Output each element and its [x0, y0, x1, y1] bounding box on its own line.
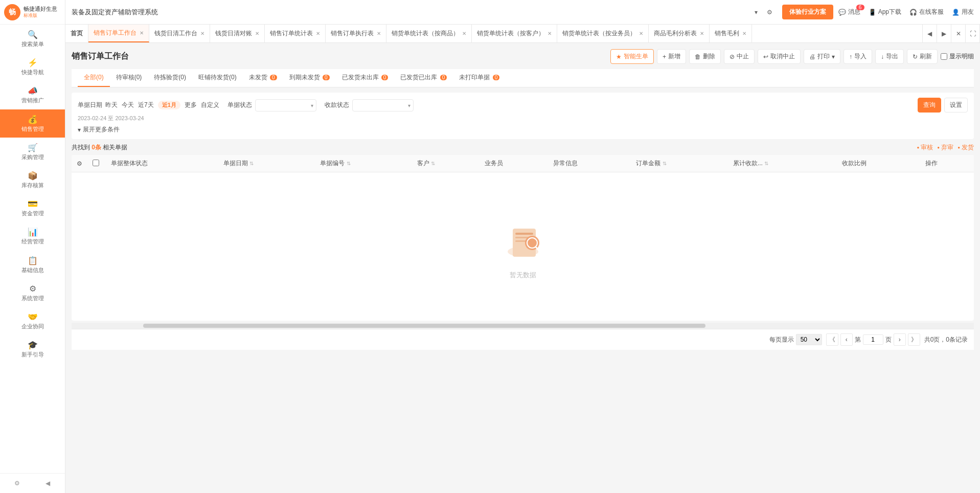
review-action-button[interactable]: 审核	[917, 143, 933, 152]
tab-scroll-prev-button[interactable]: ◀	[923, 25, 937, 43]
topbar-user[interactable]: 👤 用友	[952, 8, 974, 16]
tab-sales-summary-product[interactable]: 销货单统计表（按商品） ✕	[386, 25, 472, 42]
expand-filter-button[interactable]: ▾ 展开更多条件	[78, 125, 968, 134]
sidebar-collapse-button[interactable]: ◀	[35, 478, 61, 489]
show-details-checkbox[interactable]: 显示明细	[941, 52, 974, 61]
sort-collected-icon[interactable]: ⇅	[764, 161, 768, 166]
query-button[interactable]: 查询	[918, 98, 941, 113]
topbar-messages[interactable]: 💬 消息 6	[838, 8, 860, 16]
tab-home[interactable]: 首页	[65, 25, 88, 42]
tab-sales-summary-customer-close[interactable]: ✕	[548, 31, 552, 36]
tab-scroll-next-button[interactable]: ▶	[937, 25, 951, 43]
sub-tab-all[interactable]: 全部(0)	[78, 69, 110, 87]
print-button[interactable]: 🖨 打印 ▾	[804, 49, 840, 64]
sidebar-item-marketing[interactable]: 📣 营销推广	[0, 81, 65, 109]
page-number-input[interactable]	[863, 334, 883, 345]
tab-sales-summary-product-close[interactable]: ✕	[462, 31, 466, 36]
sidebar-item-cooperation[interactable]: 🤝 企业协同	[0, 307, 65, 335]
page-next-button[interactable]: ›	[894, 333, 906, 346]
user-label: 用友	[962, 8, 974, 16]
topbar-app-download[interactable]: 📱 App下载	[869, 8, 901, 16]
sub-tab-unprinted[interactable]: 未打印单据 0	[453, 69, 506, 87]
stop-button[interactable]: ⊘ 中止	[724, 49, 755, 64]
sidebar-item-guide[interactable]: 🎓 新手引导	[0, 335, 65, 363]
sort-amount-icon[interactable]: ⇅	[663, 161, 667, 166]
import-button[interactable]: ↑ 导入	[844, 49, 872, 64]
filter-date-1month[interactable]: 近1月	[158, 101, 180, 109]
sort-number-icon[interactable]: ⇅	[347, 161, 351, 166]
page-last-button[interactable]: 》	[908, 333, 920, 346]
sub-tab-shipped-out[interactable]: 已发货已出库 0	[394, 69, 453, 87]
tab-fullscreen-button[interactable]: ⛶	[966, 25, 980, 43]
tab-sales-stats[interactable]: 销售订单统计表 ✕	[265, 25, 326, 42]
filter-date-custom[interactable]: 自定义	[201, 101, 219, 109]
page-size-label: 每页显示	[769, 335, 794, 344]
tab-close-all-button[interactable]: ✕	[951, 25, 966, 43]
sub-tab-wangpu[interactable]: 旺铺待发货(0)	[192, 69, 243, 87]
sidebar-item-operation[interactable]: 📊 经营管理	[0, 222, 65, 250]
tab-cash-reconcile[interactable]: 钱货日清对账 ✕	[210, 25, 265, 42]
sidebar-item-inventory[interactable]: 📦 库存核算	[0, 166, 65, 194]
filter-date-7days[interactable]: 近7天	[138, 101, 154, 109]
cancel-stop-button[interactable]: ↩ 取消中止	[758, 49, 801, 64]
sidebar-item-finance[interactable]: 💳 资金管理	[0, 194, 65, 222]
topbar-cta-button[interactable]: 体验行业方案	[782, 5, 833, 19]
page-size-dropdown[interactable]: 20 50 100	[796, 334, 822, 345]
filter-payment-select[interactable]	[352, 99, 414, 111]
horizontal-scrollbar[interactable]	[72, 323, 974, 329]
tab-sales-summary-staff[interactable]: 销货单统计表（按业务员） ✕	[557, 25, 649, 42]
topbar-support[interactable]: 🎧 在线客服	[909, 8, 944, 16]
refresh-button[interactable]: ↻ 刷新	[907, 49, 938, 64]
tab-cash-reconcile-close[interactable]: ✕	[255, 31, 259, 36]
import-label: 导入	[854, 52, 867, 61]
tab-sales-profit[interactable]: 销售毛利 ✕	[710, 25, 752, 42]
data-table-wrap: ⚙ 单据整体状态 单据日期 ⇅	[72, 155, 974, 321]
page-first-button[interactable]: 《	[826, 333, 838, 346]
sidebar-item-search[interactable]: 🔍 搜索菜单	[0, 25, 65, 53]
tab-sales-summary-customer[interactable]: 销货单统计表（按客户） ✕	[472, 25, 557, 42]
sub-tab-shipped-not-out[interactable]: 已发货未出库 0	[336, 69, 395, 87]
tab-sales-workbench-close[interactable]: ✕	[140, 30, 144, 36]
filter-status-label: 单据状态	[227, 101, 252, 109]
filter-date-today[interactable]: 今天	[122, 101, 134, 109]
tab-cash-daily-close[interactable]: ✕	[200, 31, 204, 36]
topbar-settings-button[interactable]: ⚙	[763, 5, 777, 19]
page-prev-button[interactable]: ‹	[840, 333, 853, 346]
export-button[interactable]: ↓ 导出	[875, 49, 904, 64]
tab-sales-profit-close[interactable]: ✕	[742, 31, 746, 36]
sidebar-item-basic[interactable]: 📋 基础信息	[0, 251, 65, 279]
sidebar-item-system[interactable]: ⚙ 系统管理	[0, 279, 65, 307]
show-details-input[interactable]	[941, 53, 947, 60]
filter-date-more[interactable]: 更多	[185, 101, 197, 109]
delete-button[interactable]: 🗑 删除	[689, 49, 721, 64]
tab-sales-exec-close[interactable]: ✕	[377, 31, 381, 36]
sort-date-icon[interactable]: ⇅	[249, 161, 254, 166]
tab-sales-workbench[interactable]: 销售订单工作台 ✕	[88, 25, 149, 42]
tab-gross-margin-close[interactable]: ✕	[700, 31, 704, 36]
tab-sales-stats-close[interactable]: ✕	[316, 31, 320, 36]
sidebar-item-quick-nav[interactable]: ⚡ 快捷导航	[0, 53, 65, 81]
sidebar-item-sales[interactable]: 💰 销售管理	[0, 109, 65, 138]
ship-action-button[interactable]: 发货	[958, 143, 974, 152]
sidebar-settings-button[interactable]: ⚙	[4, 478, 31, 489]
new-button[interactable]: + 新增	[657, 49, 686, 64]
sub-tab-pending-inspect[interactable]: 待拣验货(0)	[148, 69, 192, 87]
scrollbar-thumb[interactable]	[143, 324, 705, 328]
sub-tab-pending-review[interactable]: 待审核(0)	[110, 69, 148, 87]
table-col-settings[interactable]: ⚙	[72, 155, 87, 172]
filter-status-select[interactable]	[255, 99, 316, 111]
filter-date-yesterday[interactable]: 昨天	[105, 101, 118, 109]
smart-create-button[interactable]: ★ 智能生单	[610, 49, 654, 64]
table-select-all-checkbox[interactable]	[93, 160, 99, 166]
tab-sales-summary-staff-close[interactable]: ✕	[639, 31, 643, 36]
reject-action-button[interactable]: 弃审	[937, 143, 953, 152]
tab-cash-daily[interactable]: 钱货日清工作台 ✕	[149, 25, 210, 42]
sidebar-item-purchase[interactable]: 🛒 采购管理	[0, 138, 65, 166]
sort-customer-icon[interactable]: ⇅	[431, 161, 435, 166]
filter-settings-button[interactable]: 设置	[944, 98, 968, 113]
topbar-dropdown[interactable]: ▾	[755, 9, 758, 16]
sub-tab-unshipped[interactable]: 未发货 0	[243, 69, 283, 87]
tab-gross-margin[interactable]: 商品毛利分析表 ✕	[649, 25, 710, 42]
tab-sales-exec[interactable]: 销售订单执行表 ✕	[326, 25, 386, 42]
sub-tab-overdue[interactable]: 到期未发货 0	[283, 69, 336, 87]
